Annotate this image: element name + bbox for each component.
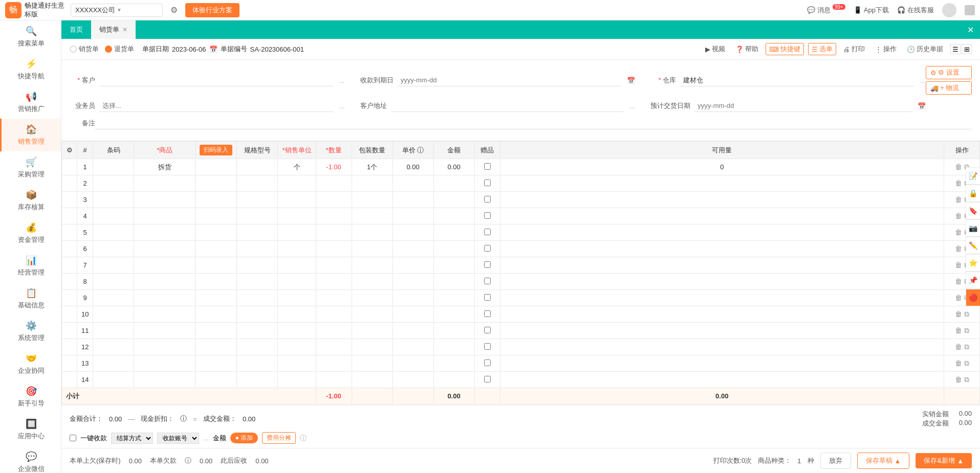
discard-button[interactable]: 放弃: [820, 453, 851, 469]
account-dots[interactable]: ...: [203, 434, 209, 442]
float-edit-button[interactable]: ✏️: [966, 237, 980, 254]
scan-button[interactable]: 扫码录入: [200, 145, 232, 155]
tab-sales-order[interactable]: 销货单 ✕: [91, 20, 136, 39]
row7-gift-checkbox[interactable]: [484, 261, 491, 268]
row6-gift-checkbox[interactable]: [484, 245, 491, 252]
online-service-button[interactable]: 🎧 在线客服: [897, 6, 934, 15]
sidebar-item-inventory[interactable]: 📦 库存核算: [0, 184, 61, 217]
list-view-icon[interactable]: ☰: [950, 44, 961, 54]
row1-price[interactable]: 0.00: [393, 159, 433, 175]
row8-gift-checkbox[interactable]: [484, 278, 491, 284]
account-select[interactable]: 收款账号: [157, 433, 199, 444]
settings-gear-button[interactable]: ⚙: [167, 3, 181, 17]
sidebar-item-sales[interactable]: 🏠 销售管理: [0, 119, 61, 151]
tab-close-icon[interactable]: ✕: [122, 26, 127, 33]
row1-unit[interactable]: 个: [278, 159, 316, 175]
warehouse-dots[interactable]: ...: [920, 77, 926, 84]
expected-date-input[interactable]: [694, 100, 911, 112]
row1-pkg[interactable]: 1个: [352, 159, 393, 175]
settings-button[interactable]: ⚙ ⚙ 设置: [926, 66, 972, 79]
video-button[interactable]: ▶ 视频: [702, 43, 728, 55]
payment-method-select[interactable]: 结算方式: [111, 433, 153, 444]
row14-copy-icon[interactable]: ⧉: [964, 375, 969, 384]
sidebar-item-marketing[interactable]: 📢 营销推广: [0, 86, 61, 119]
history-button[interactable]: 🕒 历史单据: [904, 43, 946, 55]
due-date-input[interactable]: [398, 74, 621, 86]
row14-gift-checkbox[interactable]: [484, 376, 491, 382]
row3-gift-checkbox[interactable]: [484, 196, 491, 202]
col-settings[interactable]: ⚙: [62, 142, 77, 159]
company-selector[interactable]: XXXXXX公司 ▼: [71, 4, 163, 17]
row8-delete-icon[interactable]: 🗑: [955, 277, 962, 286]
sidebar-item-purchase[interactable]: 🛒 采购管理: [0, 151, 61, 184]
row1-spec[interactable]: [237, 159, 278, 175]
row1-amount[interactable]: 0.00: [433, 159, 474, 175]
tab-close-all-button[interactable]: ✕: [961, 25, 980, 35]
row9-gift-checkbox[interactable]: [484, 294, 491, 301]
col-scan[interactable]: 扫码录入: [195, 142, 237, 159]
row10-delete-icon[interactable]: 🗑: [955, 310, 962, 319]
row11-copy-icon[interactable]: ⧉: [964, 326, 969, 335]
row3-delete-icon[interactable]: 🗑: [955, 195, 962, 204]
date-calendar-icon[interactable]: 📅: [209, 46, 217, 53]
row13-copy-icon[interactable]: ⧉: [964, 359, 969, 368]
sidebar-item-guide[interactable]: 🎯 新手引导: [0, 380, 61, 413]
row13-gift-checkbox[interactable]: [484, 359, 491, 366]
row9-delete-icon[interactable]: 🗑: [955, 294, 962, 302]
float-bookmark-button[interactable]: 🔖: [966, 202, 980, 219]
warehouse-input[interactable]: [680, 74, 914, 86]
row7-delete-icon[interactable]: 🗑: [955, 261, 962, 269]
help-button[interactable]: ❓ 帮助: [732, 43, 761, 55]
customer-input[interactable]: [99, 74, 333, 86]
row1-qty[interactable]: -1.00: [316, 159, 352, 175]
sidebar-item-apps[interactable]: 🔲 应用中心: [0, 413, 61, 446]
row10-gift-checkbox[interactable]: [484, 310, 491, 317]
row12-gift-checkbox[interactable]: [484, 343, 491, 350]
sidebar-item-finance[interactable]: 💰 资金管理: [0, 217, 61, 250]
sidebar-item-quick-nav[interactable]: ⚡ 快捷导航: [0, 53, 61, 86]
trial-button[interactable]: 体验行业方案: [185, 3, 239, 17]
salesman-input[interactable]: [99, 100, 333, 112]
expected-date-calendar-icon[interactable]: 📅: [918, 102, 926, 110]
save-draft-button[interactable]: 保存草稿 ▲: [857, 453, 910, 469]
user-menu[interactable]: [965, 5, 975, 15]
user-avatar[interactable]: [942, 3, 956, 17]
customer-dots[interactable]: ...: [339, 77, 345, 84]
add-payment-button[interactable]: ● 添加: [230, 433, 258, 443]
radio-sales-order[interactable]: 销货单: [70, 44, 99, 54]
customer-addr-dots[interactable]: ...: [630, 102, 636, 110]
float-note-button[interactable]: 📝: [966, 167, 980, 185]
select-order-button[interactable]: ☰ 选单: [808, 43, 836, 55]
row12-copy-icon[interactable]: ⧉: [964, 343, 969, 351]
sidebar-item-system[interactable]: ⚙️ 系统管理: [0, 315, 61, 348]
one-click-pay-checkbox[interactable]: [70, 435, 76, 441]
radio-return-order[interactable]: 退货单: [105, 44, 134, 54]
sidebar-item-search[interactable]: 🔍 搜索菜单: [0, 20, 61, 53]
row1-product[interactable]: 拆货: [134, 159, 195, 175]
row11-gift-checkbox[interactable]: [484, 327, 491, 333]
messages-button[interactable]: 💬 消息 99+: [807, 6, 845, 15]
row1-gift-checkbox[interactable]: [484, 163, 491, 170]
sidebar-item-operations[interactable]: 📊 经营管理: [0, 250, 61, 282]
operations-button[interactable]: ⋮ 操作: [872, 43, 900, 55]
row2-gift-checkbox[interactable]: [484, 179, 491, 186]
row13-delete-icon[interactable]: 🗑: [955, 359, 962, 368]
sidebar-item-basic[interactable]: 📋 基础信息: [0, 282, 61, 315]
row5-gift-checkbox[interactable]: [484, 229, 491, 235]
row4-delete-icon[interactable]: 🗑: [955, 212, 962, 220]
grid-view-icon[interactable]: ⊞: [962, 44, 972, 54]
row1-gift[interactable]: [474, 159, 500, 175]
print-button[interactable]: 🖨 打印: [840, 43, 868, 55]
shortcut-button[interactable]: ⌨ 快捷键: [766, 43, 804, 55]
app-download-button[interactable]: 📱 App下载: [854, 6, 889, 15]
float-camera-button[interactable]: 📷: [966, 219, 980, 237]
row10-copy-icon[interactable]: ⧉: [964, 310, 969, 319]
float-alert-button[interactable]: 🔴: [966, 289, 980, 306]
float-pin-button[interactable]: 📌: [966, 272, 980, 289]
customer-addr-input[interactable]: [391, 100, 624, 112]
sidebar-item-corp[interactable]: 🤝 企业协同: [0, 348, 61, 380]
save-new-button[interactable]: 保存&新增 ▲: [916, 453, 972, 468]
sidebar-item-wechat[interactable]: 💬 企业微信: [0, 446, 61, 473]
salesman-dots[interactable]: ...: [339, 102, 345, 110]
row1-delete-icon[interactable]: 🗑: [955, 163, 962, 171]
